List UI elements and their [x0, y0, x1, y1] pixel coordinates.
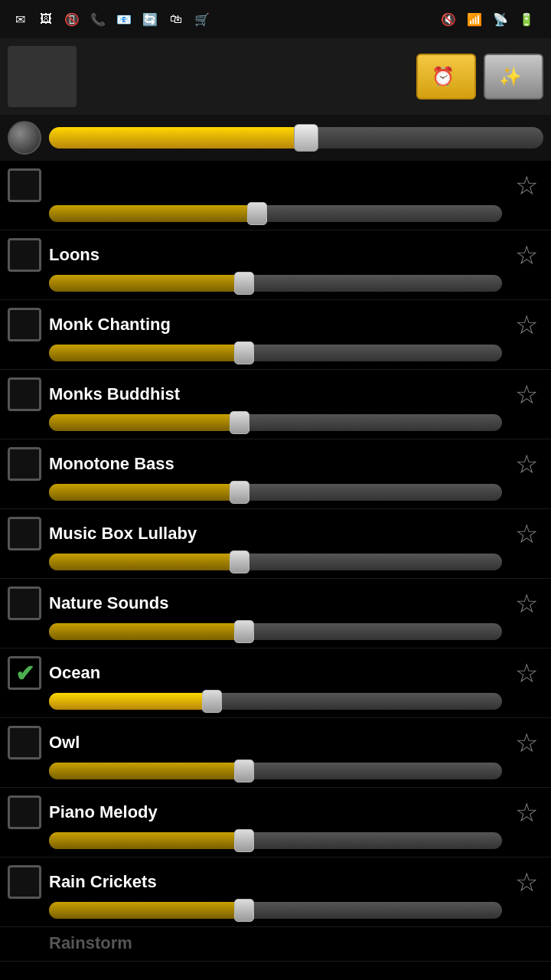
sound-checkbox[interactable]: ✔ — [8, 447, 41, 481]
sound-volume-slider[interactable] — [49, 484, 502, 501]
favorite-button[interactable]: ☆ — [510, 238, 543, 272]
sound-volume-slider[interactable] — [49, 832, 502, 849]
star-icon: ☆ — [515, 869, 538, 895]
partial-sound-item: Rainstorm — [0, 927, 551, 962]
sync-icon: 🔄 — [139, 8, 161, 30]
star-icon: ☆ — [515, 730, 538, 756]
sound-row: ✔ Owl ☆ — [8, 726, 543, 760]
sound-checkbox[interactable]: ✔ — [8, 517, 41, 550]
status-icons-left: ✉ 🖼 📵 📞 📧 🔄 🛍 🛒 — [9, 8, 213, 30]
sound-checkbox[interactable]: ✔ — [8, 656, 41, 690]
sound-volume-slider[interactable] — [49, 902, 502, 919]
favorite-button[interactable]: ☆ — [510, 586, 543, 620]
star-icon: ☆ — [515, 799, 538, 825]
slider-row — [49, 414, 502, 431]
wifi-icon: 📶 — [464, 8, 485, 30]
sound-row: ✔ Nature Sounds ☆ — [8, 586, 543, 620]
sound-checkbox[interactable]: ✔ — [8, 377, 41, 411]
sound-name: Ocean — [49, 663, 502, 683]
favorite-button[interactable]: ☆ — [510, 656, 543, 690]
email-icon: 📧 — [113, 8, 135, 30]
sound-volume-slider[interactable] — [49, 414, 502, 431]
sound-item: ✔ Rain Crickets ☆ — [0, 858, 551, 927]
sound-name: Owl — [49, 733, 502, 753]
slider-row — [49, 345, 502, 361]
sound-name: Piano Melody — [49, 802, 502, 822]
slider-row — [49, 763, 502, 779]
favorite-button[interactable]: ☆ — [510, 517, 543, 550]
favorite-button[interactable]: ☆ — [510, 377, 543, 411]
sound-name: Nature Sounds — [49, 593, 502, 613]
sound-row: ✔ Piano Melody ☆ — [8, 795, 543, 829]
mute-icon: 🔇 — [438, 8, 459, 30]
slider-row — [49, 902, 502, 919]
sound-checkbox[interactable]: ✔ — [8, 238, 41, 272]
gmail-icon: ✉ — [9, 8, 31, 30]
sound-checkbox[interactable]: ✔ — [8, 168, 41, 202]
sound-checkbox[interactable]: ✔ — [8, 586, 41, 620]
sound-checkbox[interactable]: ✔ — [8, 795, 41, 829]
timer-icon: ⏰ — [432, 66, 455, 87]
slider-row — [49, 205, 502, 222]
missed-call-icon: 📵 — [61, 8, 83, 30]
battery-icon: 🔋 — [516, 8, 537, 30]
favorite-button[interactable]: ☆ — [510, 308, 543, 341]
star-icon: ☆ — [515, 312, 538, 338]
sound-volume-slider[interactable] — [49, 693, 502, 710]
star-icon: ☆ — [515, 521, 538, 547]
slider-row — [49, 623, 502, 640]
slider-row — [49, 275, 502, 292]
sound-row: ✔ Rain Crickets ☆ — [8, 865, 543, 899]
volume-knob[interactable] — [8, 121, 41, 155]
disable-icon: ✨ — [499, 66, 522, 87]
star-icon: ☆ — [515, 660, 538, 686]
favorite-button[interactable]: ☆ — [510, 447, 543, 481]
call-forward-icon: 📞 — [87, 8, 109, 30]
sound-volume-slider[interactable] — [49, 554, 502, 570]
star-icon: ☆ — [515, 172, 538, 198]
sound-checkbox[interactable]: ✔ — [8, 726, 41, 760]
sound-row: ✔ Music Box Lullaby ☆ — [8, 517, 543, 550]
star-icon: ☆ — [515, 381, 538, 407]
sound-item: ✔ Nature Sounds ☆ — [0, 579, 551, 648]
sound-row: ✔ Ocean ☆ — [8, 656, 543, 690]
sound-checkbox[interactable]: ✔ — [8, 308, 41, 341]
favorite-button[interactable]: ☆ — [510, 168, 543, 202]
sound-item: ✔ Ocean ☆ — [0, 648, 551, 718]
slider-row — [49, 554, 502, 570]
checkmark-icon: ✔ — [15, 660, 34, 687]
sound-volume-slider[interactable] — [49, 763, 502, 779]
status-icons-right: 🔇 📶 📡 🔋 — [438, 8, 542, 30]
sound-name: Monks Buddhist — [49, 384, 502, 404]
toolbar: ⏰ ✨ — [0, 38, 551, 115]
disable-button[interactable]: ✨ — [484, 54, 543, 100]
set-timer-button[interactable]: ⏰ — [416, 54, 476, 100]
sound-item: ✔ Piano Melody ☆ — [0, 788, 551, 858]
sound-volume-slider[interactable] — [49, 205, 502, 222]
sound-volume-slider[interactable] — [49, 275, 502, 292]
sound-list: ✔ ☆ ✔ Loons ☆ — [0, 161, 551, 962]
sound-name: Loons — [49, 245, 502, 265]
signal-icon: 📡 — [490, 8, 511, 30]
sound-item: ✔ Loons ☆ — [0, 230, 551, 300]
sound-name: Monotone Bass — [49, 454, 502, 474]
sound-volume-slider[interactable] — [49, 345, 502, 361]
sound-row: ✔ Monks Buddhist ☆ — [8, 377, 543, 411]
sound-item: ✔ Monks Buddhist ☆ — [0, 370, 551, 439]
bag-icon: 🛍 — [165, 8, 187, 30]
favorite-button[interactable]: ☆ — [510, 865, 543, 899]
sound-name: Music Box Lullaby — [49, 524, 502, 544]
sound-checkbox[interactable]: ✔ — [8, 865, 41, 899]
sound-volume-slider[interactable] — [49, 623, 502, 640]
slider-row — [49, 484, 502, 501]
sound-item: ✔ ☆ — [0, 161, 551, 230]
image-icon: 🖼 — [35, 8, 57, 30]
sound-row: ✔ Monk Chanting ☆ — [8, 308, 543, 341]
star-icon: ☆ — [515, 451, 538, 477]
master-volume-slider[interactable] — [49, 127, 543, 149]
favorite-button[interactable]: ☆ — [510, 726, 543, 760]
sound-name: Rain Crickets — [49, 872, 502, 892]
star-icon: ☆ — [515, 242, 538, 268]
slider-row — [49, 832, 502, 849]
favorite-button[interactable]: ☆ — [510, 795, 543, 829]
